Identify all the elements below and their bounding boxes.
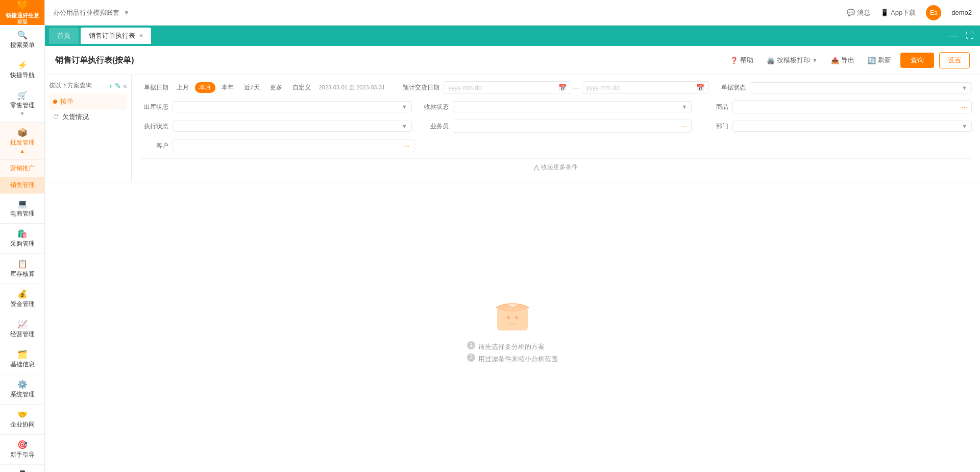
nav-item-shortage[interactable]: ⏱ 欠货情况 [49,109,127,125]
page-header-actions: ❓ 帮助 🖨️ 按模板打印 ▼ 📤 导出 🔄 刷新 查询 设置 [726,52,970,68]
sidebar-item-finance[interactable]: 💰 资金管理 [0,284,44,314]
ecommerce-icon: 💻 [3,199,42,208]
filter-group-product: 商品 ··· [700,100,972,113]
filter-left: 按以下方案查询 + ✎ « 按单 ⏱ 欠货情况 [45,75,132,182]
sidebar-item-search[interactable]: 🔍 搜索菜单 [0,25,44,55]
collapse-more-btn[interactable]: ⋀ 收起更多条件 [140,158,972,176]
expected-date-label: 预计交货日期 [403,83,439,92]
dept-select[interactable]: ▼ [732,121,972,132]
message-label: 消息 [857,8,870,17]
sidebar-label-purchase: 采购管理 [3,240,42,248]
filter-group-execstatus: 执行状态 ▼ [140,121,412,132]
tab-close-btn[interactable]: × [139,32,143,39]
exec-status-label: 执行状态 [140,122,168,131]
help-icon: ❓ [730,57,738,64]
period-buttons: 上月 本月 本年 近7天 更多 自定义 [173,82,315,93]
tab-home[interactable]: 首页 [49,28,79,44]
export-button[interactable]: 📤 导出 [827,54,859,67]
filter-group-customer: 客户 ··· [140,139,414,152]
help-button[interactable]: ❓ 帮助 [726,54,757,67]
sidebar-item-operations[interactable]: 📈 经营管理 [0,314,44,344]
exec-status-select[interactable]: ▼ [173,121,412,132]
dept-label: 部门 [700,122,728,131]
product-select[interactable]: ··· [732,100,972,113]
sidebar-item-wholesale[interactable]: 📦 批发管理 ▲ [0,123,44,160]
period-this-year[interactable]: 本年 [217,82,238,93]
print-button[interactable]: 🖨️ 按模板打印 ▼ [763,54,822,67]
sidebar-item-retail[interactable]: 🛒 零售管理 ▼ [0,85,44,123]
export-icon: 📤 [831,57,839,64]
collapse-panel-btn[interactable]: « [123,82,127,90]
sidebar-item-cooperation[interactable]: 🤝 企业协同 [0,405,44,435]
guide-icon: 🎯 [3,440,42,450]
doc-status-label: 单据状态 [717,83,746,92]
sidebar-label-cooperation: 企业协同 [3,420,42,429]
expected-date-from[interactable]: yyyy-mm-dd 📅 [444,81,571,94]
salesperson-label: 业务员 [420,122,449,131]
sidebar-subitem-marketing[interactable]: 营销推广 [0,160,44,177]
page-title: 销售订单执行表(按单) [55,55,134,66]
expected-date-range: yyyy-mm-dd 📅 — yyyy-mm-dd 📅 [444,81,708,94]
period-7days[interactable]: 近7天 [240,82,264,93]
app-download-label: App下载 [891,8,916,17]
sidebar-item-quicknav[interactable]: ⚡ 快捷导航 [0,55,44,85]
top-bar-right: 💬 消息 📱 App下载 Ea demo2 [847,5,972,20]
filter-group-docdate: 单据日期 上月 本月 本年 近7天 更多 自定义 2023-03-01 至 20… [140,82,395,93]
user-avatar[interactable]: Ea [926,5,941,20]
period-custom[interactable]: 自定义 [288,82,315,93]
sidebar-subitem-sales[interactable]: 销售管理 [0,177,44,194]
sidebar-item-ecommerce[interactable]: 💻 电商管理 [0,194,44,224]
sidebar-label-basicinfo: 基础信息 [3,360,42,369]
period-last-month[interactable]: 上月 [173,82,193,93]
collect-status-select[interactable]: ▼ [453,101,692,112]
tab-minimize-btn[interactable]: — [947,29,960,42]
tab-sales-exec[interactable]: 销售订单执行表 × [81,28,151,44]
hint-item-2: 2 用过滤条件来缩小分析范围 [467,353,558,365]
sidebar-item-system[interactable]: ⚙️ 系统管理 [0,374,44,405]
add-scheme-btn[interactable]: + [109,82,113,90]
salesperson-select[interactable]: ··· [453,120,692,133]
salesperson-ellipsis-icon[interactable]: ··· [681,122,688,130]
doc-status-select[interactable]: ▼ [750,82,972,93]
message-button[interactable]: 💬 消息 [847,8,870,17]
product-ellipsis-icon[interactable]: ··· [961,103,967,111]
query-button[interactable]: 查询 [900,53,934,68]
refresh-button[interactable]: 🔄 刷新 [864,54,895,67]
tab-maximize-btn[interactable]: ⛶ [964,29,976,42]
dropdown-btn[interactable]: ▼ [124,9,130,16]
user-name[interactable]: demo2 [951,9,972,16]
period-more[interactable]: 更多 [266,82,286,93]
customer-select[interactable]: ··· [173,139,414,152]
filter-group-shipstatus: 出库状态 ▼ [140,101,412,112]
calendar-to-icon: 📅 [696,84,704,91]
help-label: 帮助 [740,56,753,65]
sidebar-item-guide[interactable]: 🎯 新手引导 [0,435,44,465]
avatar-text: Ea [930,9,938,16]
app-download-button[interactable]: 📱 App下载 [880,8,916,17]
collapse-label: 收起更多条件 [541,163,578,172]
logo-subtext: 标版 [17,19,28,25]
sidebar-item-purchase[interactable]: 🛍️ 采购管理 [0,224,44,254]
ship-status-select[interactable]: ▼ [173,101,412,112]
tab-bar-actions: — ⛶ [947,29,976,42]
svg-point-2 [515,316,518,319]
customer-ellipsis-icon[interactable]: ··· [404,141,410,150]
sidebar-label-ecommerce: 电商管理 [3,209,42,218]
export-label: 导出 [841,56,854,65]
doc-status-chevron-icon: ▼ [962,85,967,91]
nav-item-byorder[interactable]: 按单 [49,94,127,109]
expected-date-to[interactable]: yyyy-mm-dd 📅 [582,81,709,94]
print-label: 按模板打印 [777,56,810,65]
filter-group-dept: 部门 ▼ [700,121,972,132]
sidebar-label-system: 系统管理 [3,390,42,399]
sidebar-item-inventory[interactable]: 📋 库存核算 [0,254,44,284]
sidebar-item-appstore[interactable]: 📱 应用中心 [0,465,44,472]
nav-item-shortage-label: 欠货情况 [62,112,89,122]
download-icon: 📱 [880,9,889,16]
svg-point-1 [507,316,510,319]
filter-group-salesperson: 业务员 ··· [420,120,692,133]
settings-button[interactable]: 设置 [939,52,970,68]
period-this-month[interactable]: 本月 [195,82,215,93]
sidebar-item-basicinfo[interactable]: 🗂️ 基础信息 [0,344,44,374]
edit-scheme-btn[interactable]: ✎ [115,82,121,90]
